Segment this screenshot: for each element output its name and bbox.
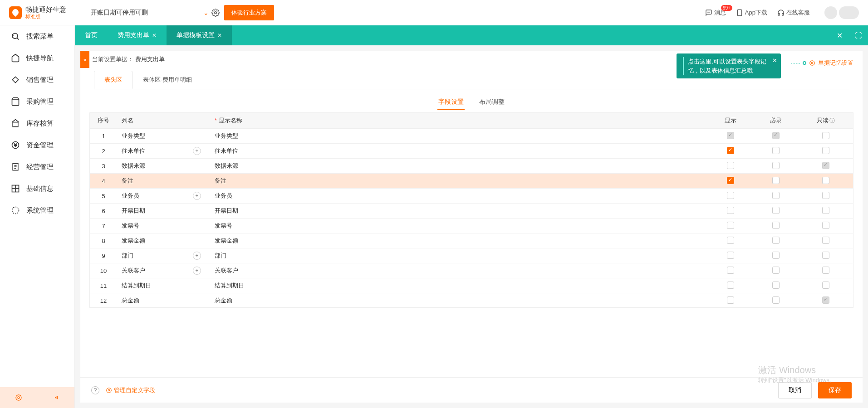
sidebar-item-7[interactable]: 基础信息 — [0, 178, 74, 199]
cell-display[interactable]: 发票号 — [210, 222, 708, 230]
sidebar-item-6[interactable]: 经营管理 — [0, 156, 74, 178]
checkbox[interactable] — [822, 207, 829, 214]
area-tab-0[interactable]: 表头区 — [94, 71, 132, 89]
checkbox[interactable] — [727, 177, 734, 184]
tab-1[interactable]: 费用支出单✕ — [108, 25, 167, 45]
checkbox[interactable] — [772, 252, 780, 259]
checkbox[interactable] — [822, 147, 829, 154]
customer-service-link[interactable]: 在线客服 — [777, 9, 810, 17]
sidebar-collapse-icon[interactable] — [52, 394, 60, 401]
help-question-icon[interactable]: ? — [91, 386, 99, 394]
add-icon[interactable]: + — [193, 267, 201, 275]
checkbox[interactable] — [822, 192, 829, 199]
save-button[interactable]: 保存 — [818, 382, 852, 398]
table-row[interactable]: 12总金额总金额 — [90, 293, 853, 308]
tab-2[interactable]: 单据模板设置✕ — [167, 25, 232, 45]
cell-display[interactable]: 数据来源 — [210, 162, 708, 170]
checkbox[interactable] — [772, 192, 780, 199]
sidebar-item-0[interactable]: 搜索菜单 — [0, 25, 74, 47]
cancel-button[interactable]: 取消 — [778, 382, 812, 398]
cell-display[interactable]: 结算到期日 — [210, 282, 708, 290]
checkbox[interactable] — [772, 237, 780, 244]
cell-display[interactable]: 业务员 — [210, 192, 708, 200]
checkbox[interactable] — [727, 147, 734, 154]
checkbox[interactable] — [772, 207, 780, 214]
app-download-link[interactable]: App下载 — [736, 9, 767, 17]
checkbox[interactable] — [727, 207, 734, 214]
checkbox[interactable] — [727, 237, 734, 244]
tab-close-icon[interactable]: ✕ — [152, 32, 157, 39]
table-row[interactable]: 10关联客户+关联客户 — [90, 263, 853, 278]
cell-display[interactable]: 发票金额 — [210, 237, 708, 245]
checkbox[interactable] — [727, 222, 734, 229]
avatar-group[interactable] — [824, 6, 859, 19]
add-icon[interactable]: + — [193, 192, 201, 200]
table-row[interactable]: 5业务员+业务员 — [90, 189, 853, 204]
sidebar-item-8[interactable]: 系统管理 — [0, 199, 74, 221]
sidebar-item-2[interactable]: 销售管理 — [0, 69, 74, 91]
cell-display[interactable]: 往来单位 — [210, 147, 708, 155]
trial-button[interactable]: 体验行业方案 — [224, 5, 274, 20]
checkbox[interactable] — [772, 282, 780, 289]
checkbox[interactable] — [727, 282, 734, 289]
tip-close-icon[interactable]: ✕ — [772, 56, 777, 65]
cell-display[interactable]: 备注 — [210, 177, 708, 185]
tab-close-icon[interactable]: ✕ — [217, 32, 222, 39]
checkbox[interactable] — [822, 132, 829, 139]
checkbox[interactable] — [822, 252, 829, 259]
tab-0[interactable]: 首页 — [75, 25, 108, 45]
sidebar-item-4[interactable]: 库存核算 — [0, 112, 74, 134]
sidebar-item-1[interactable]: 快捷导航 — [0, 47, 74, 69]
table-row[interactable]: 11结算到期日结算到期日 — [90, 278, 853, 293]
checkbox[interactable] — [822, 222, 829, 229]
checkbox[interactable] — [822, 282, 829, 289]
custom-fields-link[interactable]: 管理自定义字段 — [106, 386, 155, 394]
memory-settings-link[interactable]: 单据记忆设置 — [791, 59, 853, 67]
table-row[interactable]: 3数据来源数据来源 — [90, 159, 853, 174]
add-icon[interactable]: + — [193, 147, 201, 155]
cell-display[interactable]: 部门 — [210, 252, 708, 260]
checkbox[interactable] — [772, 147, 780, 154]
sidebar-item-5[interactable]: ¥资金管理 — [0, 134, 74, 156]
area-tab-1[interactable]: 表体区-费用单明细 — [132, 71, 202, 89]
table-row[interactable]: 9部门+部门 — [90, 248, 853, 263]
cell-display[interactable]: 开票日期 — [210, 207, 708, 215]
tab-close-all-icon[interactable]: ✕ — [830, 31, 849, 40]
checkbox[interactable] — [822, 177, 829, 184]
checkbox[interactable] — [822, 237, 829, 244]
settings-gear-icon[interactable] — [211, 9, 220, 17]
fullscreen-icon[interactable] — [849, 32, 868, 39]
messages-link[interactable]: 消息 99+ — [705, 9, 726, 17]
table-row[interactable]: 4备注备注 — [90, 174, 853, 189]
table-row[interactable]: 6开票日期开票日期 — [90, 204, 853, 219]
checkbox[interactable] — [727, 192, 734, 199]
help-icon[interactable]: ⓘ — [829, 117, 835, 124]
crumb-expand-icon[interactable]: » — [80, 51, 89, 68]
add-icon[interactable]: + — [193, 252, 201, 260]
checkbox[interactable] — [772, 162, 780, 169]
sub-tab-0[interactable]: 字段设置 — [437, 95, 465, 110]
checkbox[interactable] — [772, 267, 780, 274]
table-row[interactable]: 1业务类型业务类型 — [90, 129, 853, 144]
cell-required — [753, 207, 799, 215]
cell-display[interactable]: 业务类型 — [210, 132, 708, 140]
checkbox[interactable] — [727, 267, 734, 274]
checkbox[interactable] — [772, 296, 780, 304]
sidebar-item-3[interactable]: 采购管理 — [0, 91, 74, 112]
checkbox[interactable] — [822, 267, 829, 274]
cell-name: 发票号 — [117, 222, 210, 230]
table-body[interactable]: 1业务类型业务类型2往来单位+往来单位3数据来源数据来源4备注备注5业务员+业务… — [89, 129, 853, 308]
cell-display[interactable]: 总金额 — [210, 296, 708, 305]
checkbox[interactable] — [727, 252, 734, 259]
checkbox[interactable] — [727, 296, 734, 304]
sub-tab-1[interactable]: 布局调整 — [478, 95, 505, 110]
checkbox[interactable] — [727, 162, 734, 169]
cell-display[interactable]: 关联客户 — [210, 267, 708, 275]
account-selector[interactable]: 开账日期可停用可删 ⌄ — [91, 9, 209, 17]
checkbox[interactable] — [772, 177, 780, 184]
table-row[interactable]: 7发票号发票号 — [90, 219, 853, 233]
table-row[interactable]: 2往来单位+往来单位 — [90, 144, 853, 159]
sidebar-settings-icon[interactable] — [15, 394, 22, 401]
checkbox[interactable] — [772, 222, 780, 229]
table-row[interactable]: 8发票金额发票金额 — [90, 233, 853, 248]
